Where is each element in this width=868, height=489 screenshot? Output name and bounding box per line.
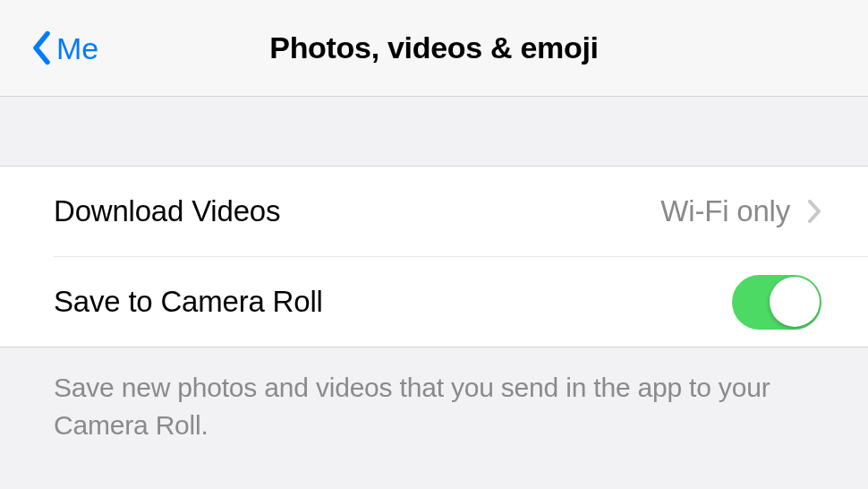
setting-value: Wi-Fi only: [660, 194, 790, 228]
back-label: Me: [56, 30, 98, 65]
back-button[interactable]: Me: [31, 30, 98, 65]
chevron-right-icon: [808, 200, 821, 223]
toggle-knob: [770, 277, 820, 327]
navigation-bar: Me Photos, videos & emoji: [0, 0, 868, 97]
download-videos-row[interactable]: Download Videos Wi-Fi only: [0, 167, 868, 256]
save-to-camera-roll-row: Save to Camera Roll: [0, 257, 868, 347]
setting-value-container: Wi-Fi only: [660, 194, 821, 228]
setting-label: Download Videos: [54, 194, 280, 228]
settings-group: Download Videos Wi-Fi only Save to Camer…: [0, 167, 868, 347]
setting-label: Save to Camera Roll: [54, 285, 323, 319]
save-to-camera-roll-toggle[interactable]: [732, 275, 821, 330]
section-footer-text: Save new photos and videos that you send…: [0, 347, 868, 444]
chevron-left-icon: [31, 31, 51, 65]
page-title: Photos, videos & emoji: [269, 30, 598, 65]
section-gap: [0, 97, 868, 167]
